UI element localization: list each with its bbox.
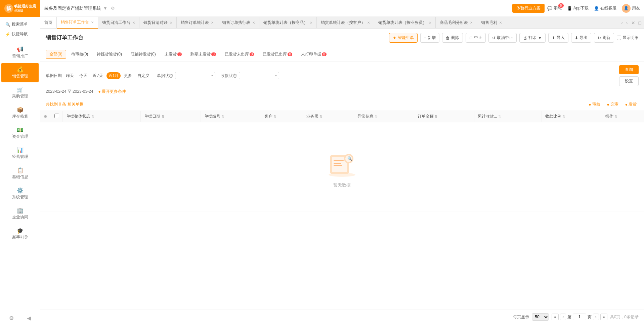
tab-close-sales-order-workspace[interactable]: ✕	[91, 21, 94, 24]
tab-sales-order-workspace[interactable]: 销售订单工作台✕	[57, 17, 98, 29]
tab-sales-profit[interactable]: 销售毛利✕	[477, 17, 506, 28]
tab-home[interactable]: 首页	[40, 17, 57, 28]
sidebar-item-enterprise[interactable]: 🏢企业协同	[1, 204, 39, 224]
tab-sales-order-stats[interactable]: 销售订单统计表✕	[177, 17, 218, 28]
sidebar-item-system[interactable]: ⚙️系统管理	[1, 184, 39, 203]
topbar-dropdown-icon[interactable]: ▼	[103, 6, 108, 11]
stop-button[interactable]: ⊙ 中止	[466, 33, 486, 43]
query-button[interactable]: 查询	[619, 65, 639, 74]
subtab-wangpu-pending[interactable]: 旺铺待发货(0)	[127, 50, 160, 59]
sort-icon-customer[interactable]: ⇅	[273, 115, 276, 118]
tab-close-sales-order-stats[interactable]: ✕	[211, 21, 214, 25]
user-item[interactable]: 👤 用友	[622, 4, 640, 13]
new-button[interactable]: + 新增	[420, 33, 439, 43]
tab-sales-order-exec[interactable]: 销售订单执行表✕	[218, 17, 259, 28]
sort-icon-exception[interactable]: ⇅	[375, 115, 378, 118]
import-button[interactable]: ⬆ 导入	[548, 33, 568, 43]
total-info: 共0页，0条记录	[610, 314, 639, 320]
tab-next-button[interactable]: ›	[625, 19, 629, 26]
sidebar-item-operation[interactable]: 📊经营管理	[1, 144, 39, 163]
smart-generate-button[interactable]: ★ 智能生单	[389, 33, 418, 43]
sort-icon-operation[interactable]: ⇅	[614, 115, 617, 118]
column-settings-icon[interactable]: ⚙	[44, 114, 47, 119]
sort-icon-staff[interactable]: ⇅	[319, 115, 322, 118]
sidebar-item-sales[interactable]: 💰销售管理	[1, 63, 39, 82]
date-option-近7天[interactable]: 近7天	[91, 72, 105, 79]
tab-close-sales-stats-product[interactable]: ✕	[310, 21, 312, 25]
quick-nav-item[interactable]: ⚡ 快捷导航	[3, 29, 37, 39]
tab-sales-stats-customer[interactable]: 销货单统计表（按客户）✕	[317, 17, 374, 28]
topbar-gear-icon[interactable]: ⚙	[111, 6, 115, 11]
subtab-pending-review[interactable]: 待审核(0)	[68, 50, 92, 59]
page-number-input[interactable]	[573, 314, 586, 320]
next-page-button[interactable]: ›	[593, 314, 599, 320]
search-menu-item[interactable]: 🔍 搜索菜单	[3, 19, 37, 29]
subtab-expired-not-shipped[interactable]: 到期未发货0	[187, 50, 220, 59]
select-all-checkbox[interactable]	[54, 114, 59, 118]
tab-close-cash-daily-account[interactable]: ✕	[170, 21, 172, 25]
status-select[interactable]	[175, 72, 215, 79]
tab-close-sales-stats-customer[interactable]: ✕	[367, 21, 370, 25]
sort-icon-ratio[interactable]: ⇅	[562, 115, 565, 118]
subtab-pending-inspect[interactable]: 待拣货验货(0)	[93, 50, 126, 59]
ship-button[interactable]: ● 发货	[623, 101, 639, 108]
sidebar-item-purchase[interactable]: 🛒采购管理	[1, 83, 39, 103]
sort-icon-status[interactable]: ⇅	[91, 115, 94, 118]
tab-cash-daily-workspace[interactable]: 钱货日清工作台✕	[98, 17, 139, 28]
audit-button[interactable]: ● 审核	[587, 101, 602, 108]
tab-prev-button[interactable]: ‹	[620, 19, 624, 26]
sort-icon-amount[interactable]: ⇅	[435, 115, 437, 118]
tab-product-margin[interactable]: 商品毛利分析表✕	[436, 17, 477, 28]
tab-close-product-margin[interactable]: ✕	[470, 21, 473, 25]
show-detail-label[interactable]: 显示明细	[617, 35, 639, 41]
subtab-not-shipped[interactable]: 未发货0	[161, 50, 186, 59]
page-size-select[interactable]: 102050100	[532, 313, 549, 321]
sidebar-item-marketing[interactable]: 📢营销推广	[1, 43, 39, 62]
tab-close-sales-profit[interactable]: ✕	[499, 21, 502, 25]
settings-icon[interactable]: ⚙	[9, 315, 14, 321]
subtab-shipped-not-out[interactable]: 已发货未出库0	[221, 50, 258, 59]
date-option-自定义[interactable]: 自定义	[135, 72, 152, 79]
online-service-item[interactable]: 👤 在线客服	[594, 5, 616, 11]
date-option-近1月[interactable]: 近1月	[106, 72, 121, 79]
revoke-audit-button[interactable]: ● 充审	[605, 101, 620, 108]
collapse-icon[interactable]: ◀	[27, 315, 31, 321]
date-option-昨天[interactable]: 昨天	[64, 72, 76, 79]
date-option-今天[interactable]: 今天	[77, 72, 89, 79]
date-option-更多[interactable]: 更多	[122, 72, 134, 79]
set-button[interactable]: 设置	[619, 76, 639, 86]
sidebar-item-finance[interactable]: 💵资金管理	[1, 123, 39, 143]
subtab-all[interactable]: 全部(0)	[46, 50, 66, 59]
payment-select[interactable]	[239, 72, 279, 79]
sort-icon-received[interactable]: ⇅	[498, 115, 501, 118]
print-button[interactable]: 🖨 打印 ▼	[519, 33, 546, 43]
tab-sales-stats-product[interactable]: 销货单统计表（按商品）✕	[259, 17, 317, 28]
prev-page-button[interactable]: ‹	[560, 314, 566, 320]
empty-state-cell: 🔍 暂无数据	[40, 122, 644, 211]
sidebar-item-basic[interactable]: 📋基础信息	[1, 164, 39, 183]
refresh-button[interactable]: ↻ 刷新	[594, 33, 614, 43]
first-page-button[interactable]: «	[552, 314, 559, 320]
subtab-shipped-out[interactable]: 已发货已出库0	[259, 50, 296, 59]
industry-solution-button[interactable]: 体验行业方案	[512, 4, 545, 13]
sort-icon-number[interactable]: ⇅	[221, 115, 224, 118]
last-page-button[interactable]: »	[600, 314, 607, 320]
tab-cash-daily-account[interactable]: 钱货日清对账✕	[139, 17, 177, 28]
sort-icon-date[interactable]: ⇅	[162, 115, 164, 118]
message-icon-item[interactable]: 💬 6 消息	[547, 5, 562, 11]
tab-maximize-button[interactable]: □	[637, 19, 643, 26]
tab-sales-stats-staff[interactable]: 销货单统计表（按业务员）✕	[374, 17, 436, 28]
tab-close-sales-stats-staff[interactable]: ✕	[429, 21, 431, 25]
tab-close-all-button[interactable]: ✕	[630, 19, 637, 26]
subtab-not-printed[interactable]: 未打印单据0	[297, 50, 330, 59]
export-button[interactable]: ⬇ 导出	[571, 33, 591, 43]
cancel-stop-button[interactable]: ↺ 取消中止	[488, 33, 517, 43]
sidebar-item-inventory[interactable]: 📦库存核算	[1, 103, 39, 123]
tab-close-sales-order-exec[interactable]: ✕	[252, 21, 255, 25]
sidebar-item-newbie[interactable]: 🎓新手引导	[1, 224, 39, 244]
tab-close-cash-daily-workspace[interactable]: ✕	[132, 21, 135, 25]
app-download-item[interactable]: 📱 App下载	[567, 5, 589, 11]
show-detail-checkbox[interactable]	[617, 36, 621, 40]
delete-button[interactable]: 🗑 删除	[442, 33, 463, 43]
expand-filters-button[interactable]: ▾ 展开更多条件	[98, 89, 126, 94]
